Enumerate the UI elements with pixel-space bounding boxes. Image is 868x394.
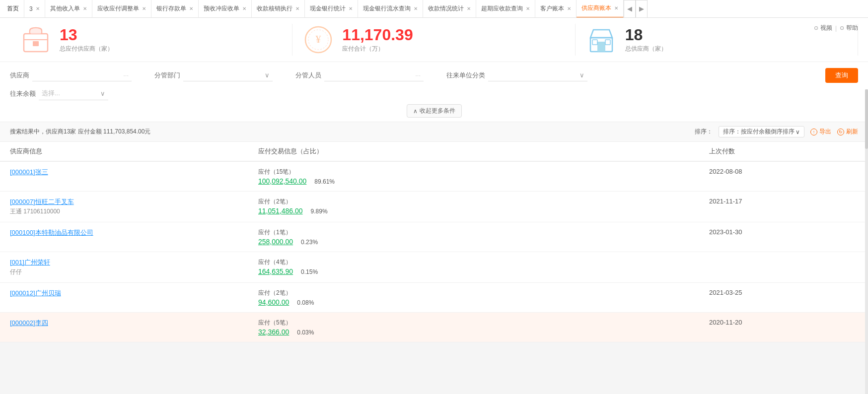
sep1: | <box>835 25 837 32</box>
lastpay-cell-0: 2022-08-08 <box>709 168 858 175</box>
tx-row-1: 应付 （2笔） <box>258 197 709 206</box>
table-row: [000007]恒旺二手叉车 王通 17106110000 应付 （2笔） 11… <box>0 192 868 222</box>
nav-tab-customer-ledger-label: 客户账本 <box>540 4 564 13</box>
nav-tab-other-income[interactable]: 其他收入单 ✕ <box>45 0 92 18</box>
nav-tab-cash-bank-stat-label: 现金银行统计 <box>310 4 346 13</box>
scroll-thumb[interactable] <box>865 89 868 149</box>
nav-tab-overdue-ar-close[interactable]: ✕ <box>526 6 530 11</box>
supplier-link-2[interactable]: [000100]本特勒油品有限公司 <box>10 228 258 237</box>
nav-tab-advance-ar-close[interactable]: ✕ <box>242 6 246 11</box>
last-pay-1: 2021-11-17 <box>709 197 742 205</box>
tx-percent-2: 0.23% <box>301 239 318 246</box>
dept-filter-select[interactable]: ∨ <box>183 69 273 81</box>
export-label: 导出 <box>819 128 831 136</box>
svg-rect-11 <box>605 40 610 45</box>
nav-tab-cash-bank-stat[interactable]: 现金银行统计 ✕ <box>305 0 358 18</box>
nav-tab-ar-ap-adjust-label: 应收应付调整单 <box>97 4 139 13</box>
nav-tab-advance-ar[interactable]: 预收冲应收单 ✕ <box>199 0 252 18</box>
tx-percent-5: 0.03% <box>297 329 314 336</box>
nav-tab-ar-ap-adjust-close[interactable]: ✕ <box>142 6 146 11</box>
sort-text: 排序：按应付余额倒序排序 <box>723 128 795 136</box>
tx-amount-2[interactable]: 258,000.00 <box>258 238 293 246</box>
balance-filter-select[interactable]: 选择... ∨ <box>39 87 108 100</box>
person-filter-input[interactable]: ··· <box>324 69 424 81</box>
nav-tab-customer-ledger-close[interactable]: ✕ <box>567 6 571 11</box>
result-bar: 搜索结果中，供应商13家 应付金额 111,703,854.00元 排序： 排序… <box>0 122 868 142</box>
nav-tab-3-close[interactable]: ✕ <box>36 6 40 11</box>
balance-dropdown-icon: ∨ <box>100 90 105 97</box>
nav-right-arrow[interactable]: ▶ <box>636 0 648 18</box>
lastpay-cell-5: 2020-11-20 <box>709 319 858 326</box>
filter-unit-class: 往来单位分类 ∨ <box>446 69 587 81</box>
nav-tab-cash-bank-flow[interactable]: 现金银行流水查询 ✕ <box>358 0 423 18</box>
ap-amount-number: 11,170.39 <box>342 27 413 43</box>
export-button[interactable]: ↑ 导出 <box>810 128 831 136</box>
search-button[interactable]: 查询 <box>825 68 858 83</box>
nav-tab-collection-stat[interactable]: 收款情况统计 ✕ <box>423 0 476 18</box>
tx-amount-5[interactable]: 32,366.00 <box>258 328 289 336</box>
nav-tab-collection-verify-label: 收款核销执行 <box>257 4 292 13</box>
filter-area: 供应商 ··· 分管部门 ∨ 分管人员 ··· 往来单位分类 ∨ <box>0 62 868 122</box>
nav-tab-3[interactable]: 3 ✕ <box>24 0 45 18</box>
top-right-links: ⊙ 视频 | ⊙ 帮助 <box>814 24 858 32</box>
tx-cell-0: 应付 （15笔） 100,092,540.00 89.61% <box>258 168 709 185</box>
refresh-button[interactable]: ↻ 刷新 <box>837 128 858 136</box>
tx-label-2: 应付 <box>258 228 270 237</box>
supplier-cell-1: [000007]恒旺二手叉车 王通 17106110000 <box>10 197 258 216</box>
nav-tab-other-income-close[interactable]: ✕ <box>83 6 87 11</box>
tx-amount-row-5: 32,366.00 0.03% <box>258 327 709 336</box>
stat-ap-vendors: 13 总应付供应商（家） <box>10 24 292 56</box>
nav-tab-vendor-ledger-close[interactable]: ✕ <box>614 5 618 11</box>
refresh-icon: ↻ <box>837 129 844 135</box>
vendor-filter-input[interactable]: ··· <box>32 69 132 81</box>
supplier-link-0[interactable]: [000001]张三 <box>10 168 258 177</box>
collapse-button[interactable]: ∧ 收起更多条件 <box>407 104 462 118</box>
unit-class-filter-select[interactable]: ∨ <box>488 69 587 81</box>
nav-tab-vendor-ledger[interactable]: 供应商账本 ✕ <box>577 0 624 18</box>
nav-tab-overdue-ar[interactable]: 超期应收款查询 ✕ <box>476 0 535 18</box>
unit-class-dropdown-icon: ∨ <box>579 71 584 79</box>
tx-amount-4[interactable]: 94,600.00 <box>258 298 289 306</box>
tx-amount-row-2: 258,000.00 0.23% <box>258 237 709 246</box>
table-row: [000012]广州贝瑞 应付 （2笔） 94,600.00 0.08% 202… <box>0 283 868 313</box>
supplier-link-1[interactable]: [000007]恒旺二手叉车 <box>10 197 258 206</box>
tx-amount-1[interactable]: 11,051,486.00 <box>258 207 303 215</box>
nav-tab-ar-ap-adjust[interactable]: 应收应付调整单 ✕ <box>92 0 151 18</box>
tx-row-5: 应付 （5笔） <box>258 319 709 327</box>
tx-amount-0[interactable]: 100,092,540.00 <box>258 177 306 185</box>
nav-tab-bank-deposit[interactable]: 银行存款单 ✕ <box>151 0 199 18</box>
tx-amount-3[interactable]: 164,635.90 <box>258 267 293 275</box>
nav-tab-bank-deposit-close[interactable]: ✕ <box>189 6 193 11</box>
nav-tab-other-income-label: 其他收入单 <box>50 4 80 13</box>
nav-tab-customer-ledger[interactable]: 客户账本 ✕ <box>535 0 577 18</box>
result-bar-controls: 排序： 排序：按应付余额倒序排序 ∨ ↑ 导出 ↻ 刷新 <box>695 126 858 137</box>
supplier-cell-2: [000100]本特勒油品有限公司 <box>10 228 258 237</box>
nav-tab-collection-stat-close[interactable]: ✕ <box>467 6 471 11</box>
stat-ap-vendors-content: 13 总应付供应商（家） <box>60 27 113 53</box>
scroll-bar[interactable] <box>865 89 868 394</box>
tx-cell-4: 应付 （2笔） 94,600.00 0.08% <box>258 289 709 306</box>
lastpay-cell-4: 2021-03-25 <box>709 289 858 296</box>
help-link[interactable]: 帮助 <box>846 24 858 32</box>
sort-label: 排序： <box>695 128 713 136</box>
collapse-area: ∧ 收起更多条件 <box>10 104 858 118</box>
table-row: [000002]李四 应付 （5笔） 32,366.00 0.03% 2020-… <box>0 313 868 342</box>
nav-left-arrow[interactable]: ◀ <box>624 0 636 18</box>
nav-tab-collection-verify[interactable]: 收款核销执行 ✕ <box>252 0 305 18</box>
nav-tab-cash-bank-flow-close[interactable]: ✕ <box>414 6 418 11</box>
tx-label-1: 应付 <box>258 197 270 206</box>
nav-tab-collection-verify-close[interactable]: ✕ <box>295 6 299 11</box>
nav-tab-overdue-ar-label: 超期应收款查询 <box>481 4 523 13</box>
video-link[interactable]: 视频 <box>820 24 832 32</box>
last-pay-0: 2022-08-08 <box>709 168 742 175</box>
nav-tab-cash-bank-stat-close[interactable]: ✕ <box>349 6 353 11</box>
supplier-link-5[interactable]: [000002]李四 <box>10 319 258 328</box>
stat-ap-amount-content: 11,170.39 应付合计（万） <box>342 27 413 53</box>
nav-tab-home[interactable]: 首页 <box>2 0 24 18</box>
sort-button[interactable]: 排序：按应付余额倒序排序 ∨ <box>719 126 804 137</box>
svg-rect-1 <box>31 29 41 35</box>
supplier-link-3[interactable]: [001]广州荣轩 <box>10 258 258 267</box>
supplier-link-4[interactable]: [000012]广州贝瑞 <box>10 289 258 298</box>
refresh-label: 刷新 <box>846 128 858 136</box>
nav-tab-advance-ar-label: 预收冲应收单 <box>204 4 239 13</box>
